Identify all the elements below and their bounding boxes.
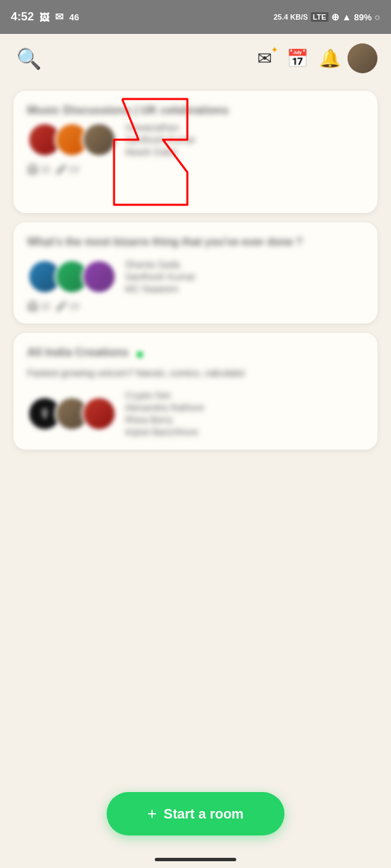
- status-bt-icon: ⊕: [331, 12, 339, 22]
- participant-name: Shanta Sada: [125, 259, 196, 270]
- room-card-1[interactable]: Music Discussions | UK celebrations Visw…: [14, 91, 377, 213]
- card3-subtitle: Fastest growing unicorn? Naruto, comics,…: [27, 367, 364, 380]
- room-card-2[interactable]: What's the most bizarre thing that you'v…: [14, 222, 377, 323]
- participant-name: Santhosh Kumar: [125, 271, 196, 282]
- card1-speakers: 🎤 13: [56, 164, 79, 174]
- status-battery-icon: ○: [375, 12, 380, 22]
- status-photo-icon: 🖼: [39, 12, 50, 23]
- card1-title: Music Discussions | UK celebrations: [27, 103, 229, 118]
- status-mail-icon: ✉: [55, 11, 64, 23]
- card1-listeners: 🎧 12: [27, 164, 50, 174]
- participant-name: Alexandra Rathore: [125, 402, 204, 413]
- live-indicator: [136, 351, 143, 358]
- chat-sparkle-icon: ✉: [257, 48, 272, 69]
- home-indicator: [155, 858, 236, 861]
- search-button[interactable]: 🔍: [14, 43, 43, 73]
- notifications-button[interactable]: 🔔: [315, 43, 345, 73]
- participant-name: Santhosh Kumar: [125, 134, 196, 145]
- status-lte: LTE: [311, 12, 329, 22]
- card2-speakers: 🎤 13: [56, 301, 79, 311]
- status-speed: 25.4 KB/S: [274, 13, 308, 21]
- card3-title: All India Creations: [27, 345, 128, 360]
- participant-name: Rhea Berry: [125, 414, 204, 425]
- card2-title: What's the most bizarre thing that you'v…: [27, 235, 364, 250]
- card3-participants: 🎙 Crypto Net Alexandra Rathore Rhea Berr…: [27, 390, 364, 437]
- new-chat-button[interactable]: ✉ ✦: [250, 43, 280, 73]
- rooms-list: Music Discussions | UK celebrations Visw…: [0, 83, 391, 458]
- sparkle-badge: ✦: [271, 45, 278, 55]
- card2-listeners: 🎧 12: [27, 301, 50, 311]
- start-room-button[interactable]: + Start a room: [107, 792, 284, 835]
- card1-participants: Viswanathan Santhosh Kumar Akash Datta: [27, 122, 364, 157]
- participant-avatar: [81, 259, 117, 294]
- start-room-label: Start a room: [164, 806, 244, 822]
- participant-name: Arjeet Banchhore: [125, 427, 204, 437]
- avatar: [348, 43, 377, 73]
- plus-icon: +: [147, 804, 157, 823]
- participant-name: Viswanathan: [125, 122, 196, 133]
- room-card-3[interactable]: All India Creations Fastest growing unic…: [14, 333, 377, 450]
- status-battery: 89%: [354, 12, 372, 22]
- profile-button[interactable]: [348, 43, 377, 73]
- participant-name: Crypto Net: [125, 390, 204, 401]
- calendar-button[interactable]: 📅: [282, 43, 312, 73]
- top-nav: 🔍 ✉ ✦ 📅 🔔: [0, 34, 391, 83]
- search-icon: 🔍: [16, 47, 41, 71]
- status-temp: 46: [69, 12, 79, 22]
- participant-name: MC Naaeem: [125, 283, 196, 294]
- status-signal: ▲: [342, 12, 352, 22]
- participant-name: Akash Datta: [125, 146, 196, 157]
- bell-icon: 🔔: [319, 48, 341, 69]
- status-time: 4:52: [11, 10, 34, 24]
- participant-avatar: [81, 122, 117, 157]
- calendar-icon: 📅: [286, 48, 308, 69]
- card2-participants: Shanta Sada Santhosh Kumar MC Naaeem: [27, 259, 364, 294]
- status-bar: 4:52 🖼 ✉ 46 25.4 KB/S LTE ⊕ ▲ 89% ○: [0, 0, 391, 34]
- participant-avatar: [81, 396, 117, 431]
